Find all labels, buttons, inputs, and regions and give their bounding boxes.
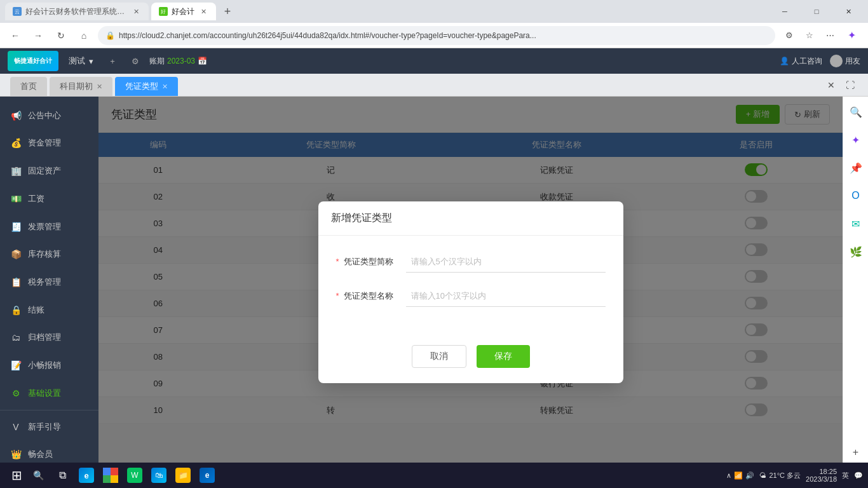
tab-subject-period[interactable]: 科目期初 ✕ bbox=[50, 77, 112, 96]
invoice-icon: 🧾 bbox=[10, 221, 22, 233]
add-voucher-type-dialog: 新增凭证类型 * 凭证类型简称 * 凭证类型名称 bbox=[318, 201, 623, 383]
right-bookmark-icon[interactable]: 📌 bbox=[846, 158, 866, 178]
tab-close-1[interactable]: ✕ bbox=[131, 6, 141, 17]
user-btn[interactable]: 用友 bbox=[830, 55, 860, 67]
tab-home[interactable]: 首页 bbox=[10, 77, 47, 96]
sidebar-item-tax[interactable]: 📋 税务管理 bbox=[0, 268, 98, 296]
taskbar-chevron-up[interactable]: ∧ bbox=[726, 471, 731, 480]
tab-subject-close[interactable]: ✕ bbox=[97, 83, 102, 91]
modal-overlay: 新增凭证类型 * 凭证类型简称 * 凭证类型名称 bbox=[98, 97, 843, 488]
tab-close-2[interactable]: ✕ bbox=[198, 6, 208, 17]
tab-subject-label: 科目期初 bbox=[60, 81, 93, 92]
member-icon: 👑 bbox=[10, 449, 22, 460]
tab-label-2: 好会计 bbox=[172, 6, 194, 17]
taskbar-app-files[interactable]: 📁 bbox=[172, 464, 194, 487]
right-outlook-icon[interactable]: O bbox=[846, 186, 866, 206]
tab-voucher-close[interactable]: ✕ bbox=[162, 83, 168, 91]
taskbar-datetime[interactable]: 18:25 2023/3/18 bbox=[806, 468, 837, 483]
workspace-selector[interactable]: 测试 ▾ bbox=[64, 53, 98, 69]
expense-icon: 📝 bbox=[10, 360, 22, 371]
back-button[interactable]: ← bbox=[6, 27, 24, 44]
right-ai-icon[interactable]: ✦ bbox=[846, 130, 866, 150]
save-button[interactable]: 保存 bbox=[477, 345, 530, 368]
consultant-label: 人工咨询 bbox=[792, 56, 822, 67]
abbr-input[interactable] bbox=[406, 251, 606, 273]
clock-time: 18:25 bbox=[806, 468, 837, 475]
sidebar-item-new-user[interactable]: V 新手引导 bbox=[0, 413, 98, 441]
right-add-icon[interactable]: + bbox=[846, 442, 866, 463]
sidebar-item-announcement[interactable]: 📢 公告中心 bbox=[0, 102, 98, 130]
sidebar-item-inventory[interactable]: 📦 库存核算 bbox=[0, 240, 98, 268]
sidebar-label-inventory: 库存核算 bbox=[28, 248, 61, 260]
browser-tab-1[interactable]: 云 好会计云财务软件管理系统_会计 ✕ bbox=[5, 3, 149, 20]
name-required-star: * bbox=[336, 291, 339, 301]
sidebar-item-invoice[interactable]: 🧾 发票管理 bbox=[0, 213, 98, 241]
archive-icon: 🗂 bbox=[10, 332, 22, 343]
taskbar-app-edge[interactable]: e bbox=[75, 464, 98, 487]
notification-icon[interactable]: 💬 bbox=[854, 471, 863, 480]
abbr-label: * 凭证类型简称 bbox=[336, 256, 406, 268]
forward-button[interactable]: → bbox=[29, 27, 47, 44]
close-button[interactable]: ✕ bbox=[834, 3, 863, 20]
home-button[interactable]: ⌂ bbox=[75, 27, 93, 44]
weather-text: 21°C 多云 bbox=[769, 471, 801, 480]
taskbar-app-edge2[interactable]: e bbox=[196, 464, 219, 487]
right-green-icon[interactable]: 🌿 bbox=[846, 241, 866, 262]
address-bar: ← → ↻ ⌂ 🔒 https://cloud2.chanjet.com/acc… bbox=[0, 23, 868, 48]
maximize-button[interactable]: □ bbox=[802, 3, 831, 20]
user-avatar bbox=[830, 55, 843, 67]
sidebar-item-basic-settings[interactable]: ⚙ 基础设置 bbox=[0, 379, 98, 407]
taskbar-app-store[interactable]: 🛍 bbox=[147, 464, 170, 487]
consultant-icon: 👤 bbox=[780, 57, 789, 65]
tab-label-1: 好会计云财务软件管理系统_会计 bbox=[25, 6, 127, 17]
sidebar-label-new-user: 新手引导 bbox=[28, 421, 61, 433]
right-msg-icon[interactable]: ✉ bbox=[846, 214, 866, 234]
period-label: 账期 bbox=[149, 56, 165, 67]
browser-tab-2[interactable]: 好 好会计 ✕ bbox=[151, 3, 216, 20]
sidebar-item-fixed-assets[interactable]: 🏢 固定资产 bbox=[0, 157, 98, 185]
taskbar-app-wechat[interactable]: W bbox=[123, 464, 146, 487]
ai-btn[interactable]: ✦ bbox=[841, 25, 862, 46]
start-button[interactable]: ⊞ bbox=[5, 464, 28, 487]
browser-action-bar: ⚙ ☆ ⋯ ✦ bbox=[780, 25, 862, 46]
sidebar-item-fund[interactable]: 💰 资金管理 bbox=[0, 130, 98, 158]
logo-text: 畅捷通好合计 bbox=[14, 57, 52, 65]
tab-voucher-type[interactable]: 凭证类型 ✕ bbox=[115, 77, 178, 96]
user-label: 用友 bbox=[845, 56, 860, 67]
taskbar-lang[interactable]: 英 bbox=[842, 471, 849, 480]
url-text: https://cloud2.chanjet.com/accounting/uh… bbox=[119, 31, 536, 40]
account-period: 账期 2023-03 📅 bbox=[149, 56, 207, 67]
new-tab-button[interactable]: + bbox=[219, 3, 236, 20]
sidebar-label-settlement: 结账 bbox=[28, 304, 44, 316]
bookmark-btn[interactable]: ☆ bbox=[801, 27, 818, 44]
content-area: 凭证类型 + 新增 ↻ 刷新 编码 凭证类型简称 凭证类型名称 是否启用 bbox=[98, 97, 843, 488]
sidebar-item-settlement[interactable]: 🔒 结账 bbox=[0, 296, 98, 324]
tab-minimize-icon[interactable]: ✕ bbox=[824, 78, 839, 93]
cancel-button[interactable]: 取消 bbox=[412, 345, 466, 368]
more-btn[interactable]: ⋯ bbox=[821, 27, 839, 44]
taskbar-app-multiview[interactable]: ⧉ bbox=[51, 464, 74, 487]
settings-icon[interactable]: ⚙ bbox=[126, 52, 144, 70]
refresh-button[interactable]: ↻ bbox=[52, 27, 70, 44]
header-actions: 👤 人工咨询 用友 bbox=[780, 55, 860, 67]
sidebar-item-expense[interactable]: 📝 小畅报销 bbox=[0, 351, 98, 379]
tab-favicon-1: 云 bbox=[13, 7, 22, 16]
tab-maximize-icon[interactable]: ⛶ bbox=[843, 78, 858, 93]
add-workspace-btn[interactable]: + bbox=[104, 52, 121, 70]
taskbar-search[interactable]: 🔍 bbox=[28, 465, 48, 485]
sidebar-label-fixed-assets: 固定资产 bbox=[28, 165, 61, 177]
extensions-btn[interactable]: ⚙ bbox=[780, 27, 798, 44]
dialog-title: 新增凭证类型 bbox=[318, 201, 623, 236]
fixed-assets-icon: 🏢 bbox=[10, 165, 22, 177]
url-bar[interactable]: 🔒 https://cloud2.chanjet.com/accounting/… bbox=[98, 26, 775, 45]
sidebar-item-salary[interactable]: 💵 工资 bbox=[0, 185, 98, 213]
minimize-button[interactable]: ─ bbox=[770, 3, 799, 20]
workspace-dropdown-icon: ▾ bbox=[89, 57, 93, 66]
consultant-btn[interactable]: 👤 人工咨询 bbox=[780, 56, 822, 67]
sidebar-item-archive[interactable]: 🗂 归档管理 bbox=[0, 324, 98, 352]
workspace-label: 测试 bbox=[69, 55, 85, 67]
name-input[interactable] bbox=[406, 285, 606, 307]
sidebar-label-salary: 工资 bbox=[28, 193, 44, 205]
right-search-icon[interactable]: 🔍 bbox=[846, 102, 866, 122]
taskbar-app-chrome[interactable] bbox=[99, 464, 122, 487]
